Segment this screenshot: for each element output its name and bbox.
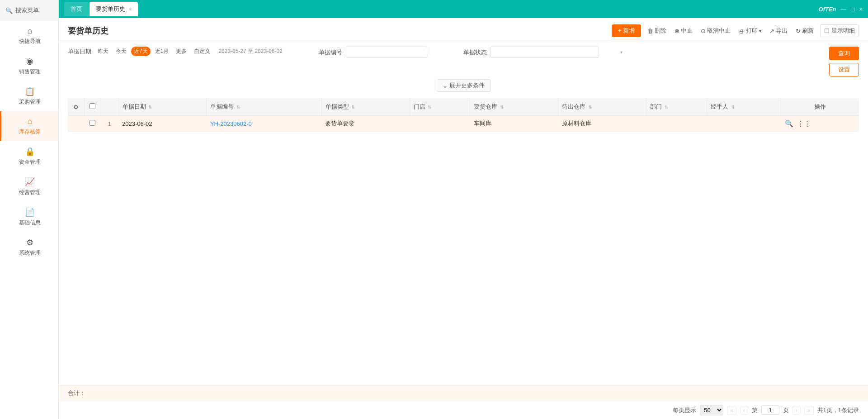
sidebar-item-inventory[interactable]: ⌂ 库存核算 [0,111,58,141]
sidebar-item-system[interactable]: ⚙ 系统管理 [0,232,58,262]
sort-billtype-icon[interactable]: ⇅ [351,105,355,110]
sidebar-search[interactable]: 🔍 搜索菜单 [0,0,58,21]
refresh-button[interactable]: ↻ 刷新 [794,26,816,36]
row-checkbox[interactable] [90,120,95,126]
col-dept[interactable]: 部门 ⇅ [646,98,707,116]
delete-button[interactable]: 🗑 删除 [646,26,668,36]
sort-dept-icon[interactable]: ⇅ [665,105,668,110]
search-icon: 🔍 [5,7,13,14]
sidebar-item-operations[interactable]: 📈 经营管理 [0,171,58,202]
date-filter-label: 单据日期 [68,48,91,56]
refresh-icon: ↻ [796,28,801,34]
print-icon: 🖨 [739,28,745,34]
date-btn-7days[interactable]: 近7天 [131,47,151,56]
stop-button[interactable]: ⊗ 中止 [673,26,694,36]
date-btn-today[interactable]: 今天 [113,47,129,56]
sort-store-icon[interactable]: ⇅ [428,105,431,110]
col-store[interactable]: 门店 ⇅ [410,98,470,116]
sidebar-item-label: 库存核算 [19,128,41,136]
more-action-icon[interactable]: ⋮⋮ [797,119,811,128]
print-label: 打印 [746,27,758,35]
page-label: 第 [752,406,758,414]
window-maximize-btn[interactable]: □ [851,6,855,13]
tab-close-icon[interactable]: × [129,6,132,12]
col-date[interactable]: 单据日期 ⇅ [118,98,207,116]
col-checkbox[interactable] [84,98,100,116]
prev-page-btn[interactable]: ‹ [740,406,748,415]
query-button[interactable]: 查询 [829,47,859,60]
cancel-stop-label: 取消中止 [707,27,731,35]
finance-icon: 🔒 [25,147,35,157]
next-page-btn[interactable]: › [793,406,801,415]
row-settings-cell [68,116,84,132]
select-all-checkbox[interactable] [90,103,95,109]
sort-date-icon[interactable]: ⇅ [148,105,152,110]
col-bill-type[interactable]: 单据类型 ⇅ [321,98,410,116]
table-footer: 合计： [59,385,868,401]
view-action-icon[interactable]: 🔍 [785,119,793,128]
delete-icon: 🗑 [647,28,653,34]
bill-no-input[interactable] [346,47,427,58]
brand-label: OfTEn [819,6,836,13]
sidebar-item-quick-nav[interactable]: ⌂ 快捷导航 [0,21,58,51]
settings-button[interactable]: 设置 [829,63,859,76]
first-page-btn[interactable]: « [727,406,736,415]
col-bill-no[interactable]: 单据编号 ⇅ [207,98,321,116]
display-detail-button[interactable]: ☐ 显示明细 [820,24,859,37]
page-unit: 页 [783,406,789,414]
sidebar-item-sales-mgmt[interactable]: ◉ 销售管理 [0,51,58,81]
row-req-warehouse-cell: 车间库 [470,116,558,132]
status-label: 单据状态 [463,48,487,57]
print-button[interactable]: 🖨 打印 ▾ [737,26,763,36]
date-btn-custom[interactable]: 自定义 [191,47,213,56]
system-icon: ⚙ [26,238,33,248]
window-minimize-btn[interactable]: — [841,6,847,13]
col-pending-warehouse[interactable]: 待出仓库 ⇅ [558,98,646,116]
row-checkbox-cell[interactable] [84,116,100,132]
bill-no-link[interactable]: YH-20230602-0 [210,120,252,127]
cancel-stop-button[interactable]: ⊙ 取消中止 [699,26,732,36]
new-button[interactable]: + 新增 [612,24,641,37]
expand-conditions-button[interactable]: ⌄ 展开更多条件 [437,79,491,92]
print-dropdown-icon: ▾ [759,29,761,33]
sidebar-item-label: 系统管理 [19,249,41,257]
status-select[interactable] [491,47,599,58]
date-btn-more[interactable]: 更多 [173,47,189,56]
col-settings[interactable]: ⚙ [68,98,84,116]
sort-pending-warehouse-icon[interactable]: ⇅ [588,105,592,110]
sort-req-warehouse-icon[interactable]: ⇅ [500,105,504,110]
export-button[interactable]: ↗ 导出 [768,26,789,36]
date-buttons: 昨天 今天 近7天 近1月 更多 自定义 [95,47,213,56]
date-btn-1month[interactable]: 近1月 [152,47,172,56]
sort-handler-icon[interactable]: ⇅ [731,105,735,110]
sidebar-item-label: 经营管理 [19,189,41,196]
inventory-icon: ⌂ [28,117,33,126]
col-action: 操作 [781,98,859,116]
date-btn-yesterday[interactable]: 昨天 [95,47,111,56]
window-close-btn[interactable]: × [859,6,863,13]
sidebar-item-label: 基础信息 [19,219,41,227]
col-handler[interactable]: 经手人 ⇅ [707,98,781,116]
sidebar-item-label: 采购管理 [19,98,41,106]
sidebar-item-finance[interactable]: 🔒 资金管理 [0,141,58,171]
sidebar-item-basic-info[interactable]: 📄 基础信息 [0,202,58,232]
page-size-select[interactable]: 50 100 200 [700,405,723,415]
expand-icon: ⌄ [443,82,448,89]
sidebar-item-label: 资金管理 [19,158,41,166]
table-row[interactable]: 1 2023-06-02 YH-20230602-0 要货单要货 车间库 原材料… [68,116,859,132]
tab-home[interactable]: 首页 [64,2,89,16]
toolbar: + 新增 🗑 删除 ⊗ 中止 ⊙ 取消中止 🖨 打印 ▾ [612,24,859,37]
col-req-warehouse[interactable]: 要货仓库 ⇅ [470,98,558,116]
row-bill-no-cell[interactable]: YH-20230602-0 [207,116,321,132]
page-title: 要货单历史 [68,25,108,36]
sidebar-item-purchase-mgmt[interactable]: 📋 采购管理 [0,81,58,111]
filter-area: 单据日期 昨天 今天 近7天 近1月 更多 自定义 2023-05-27 至 2… [59,41,868,94]
last-page-btn[interactable]: » [804,406,814,415]
operations-icon: 📈 [25,177,35,187]
sort-billno-icon[interactable]: ⇅ [236,105,240,110]
per-page-label: 每页显示 [673,406,696,414]
pagination: 每页显示 50 100 200 « ‹ 第 页 › » 共1页，1条记录 [59,401,868,419]
row-bill-type-cell: 要货单要货 [321,116,410,132]
tab-active[interactable]: 要货单历史 × [90,2,138,16]
page-input[interactable] [761,405,779,415]
